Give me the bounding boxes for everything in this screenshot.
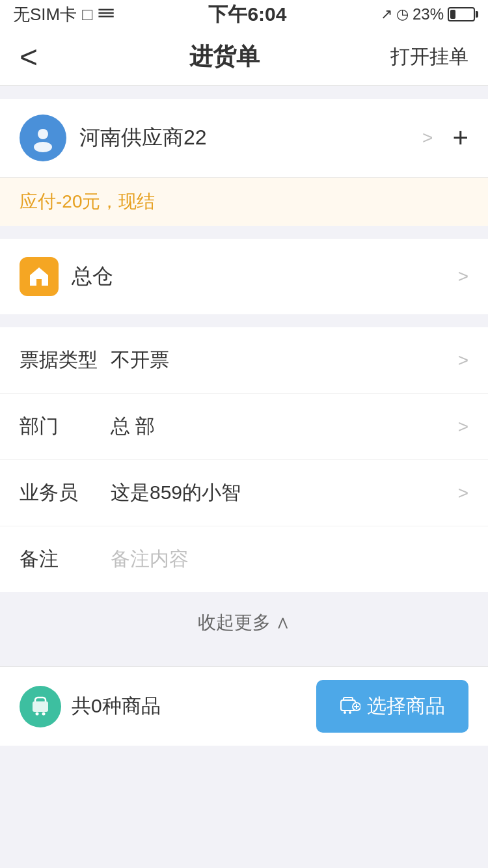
- svg-point-0: [38, 129, 48, 139]
- warehouse-name: 总仓: [72, 262, 458, 291]
- status-time: 下午6:04: [208, 1, 286, 28]
- select-product-label: 选择商品: [367, 693, 445, 720]
- department-arrow-icon: >: [458, 416, 468, 437]
- supplier-row[interactable]: 河南供应商22 > +: [0, 99, 488, 178]
- form-row-salesperson[interactable]: 业务员 这是859的小智 >: [0, 459, 488, 526]
- add-supplier-button[interactable]: +: [452, 124, 468, 152]
- department-value: 总 部: [98, 413, 458, 440]
- warehouse-icon: [20, 257, 59, 296]
- svg-point-7: [349, 711, 351, 714]
- warehouse-card[interactable]: 总仓 >: [0, 239, 488, 314]
- svg-rect-2: [33, 701, 48, 712]
- salesperson-label: 业务员: [20, 480, 98, 506]
- invoice-arrow-icon: >: [458, 350, 468, 371]
- select-product-icon: [340, 696, 360, 717]
- status-bar: 无SIM卡 □ 𝍢 下午6:04 ↗ ◷ 23%: [0, 0, 488, 29]
- salesperson-arrow-icon: >: [458, 483, 468, 504]
- remark-placeholder[interactable]: 备注内容: [98, 546, 468, 573]
- supplier-arrow-icon: >: [422, 128, 433, 148]
- alarm-icon: ◷: [396, 6, 409, 23]
- remark-label: 备注: [20, 546, 98, 573]
- form-row-invoice[interactable]: 票据类型 不开票 >: [0, 327, 488, 393]
- battery-icon: [448, 7, 475, 21]
- collapse-button[interactable]: 收起更多 ∧: [0, 592, 488, 653]
- divider-3: [0, 314, 488, 327]
- wifi-icon: □: [82, 5, 92, 25]
- gray-content-area: [0, 746, 488, 868]
- warehouse-arrow-icon: >: [458, 266, 468, 287]
- form-card: 票据类型 不开票 > 部门 总 部 > 业务员 这是859的小智 > 备注 备注…: [0, 327, 488, 592]
- location-icon: ↗: [381, 6, 392, 23]
- supplier-name: 河南供应商22: [79, 124, 422, 152]
- select-product-button[interactable]: 选择商品: [316, 680, 468, 733]
- invoice-label: 票据类型: [20, 347, 98, 373]
- divider-4: [0, 653, 488, 666]
- divider-2: [0, 226, 488, 239]
- back-button[interactable]: <: [20, 39, 59, 75]
- status-left: 无SIM卡 □ 𝍢: [13, 3, 115, 26]
- product-count: 共0种商品: [72, 693, 316, 720]
- page-title: 进货单: [189, 41, 260, 73]
- supplier-alert: 应付-20元，现结: [0, 178, 488, 226]
- svg-point-3: [36, 712, 39, 715]
- carrier-label: 无SIM卡: [13, 3, 77, 26]
- svg-point-4: [42, 712, 46, 715]
- svg-point-1: [34, 142, 52, 152]
- salesperson-value: 这是859的小智: [98, 480, 458, 506]
- status-right: ↗ ◷ 23%: [381, 5, 475, 23]
- divider-1: [0, 86, 488, 99]
- nav-bar: < 进货单 打开挂单: [0, 29, 488, 86]
- battery-percent: 23%: [413, 5, 444, 23]
- supplier-avatar: [20, 115, 66, 161]
- bottom-bar: 共0种商品 选择商品: [0, 666, 488, 746]
- supplier-card: 河南供应商22 > + 应付-20元，现结: [0, 99, 488, 226]
- product-icon: [20, 686, 61, 727]
- svg-point-6: [344, 711, 346, 714]
- wifi-symbol: 𝍢: [98, 3, 115, 26]
- form-row-remark[interactable]: 备注 备注内容: [0, 526, 488, 592]
- warehouse-row[interactable]: 总仓 >: [0, 239, 488, 314]
- invoice-value: 不开票: [98, 347, 458, 373]
- open-pending-button[interactable]: 打开挂单: [390, 44, 468, 70]
- form-row-department[interactable]: 部门 总 部 >: [0, 393, 488, 459]
- department-label: 部门: [20, 413, 98, 440]
